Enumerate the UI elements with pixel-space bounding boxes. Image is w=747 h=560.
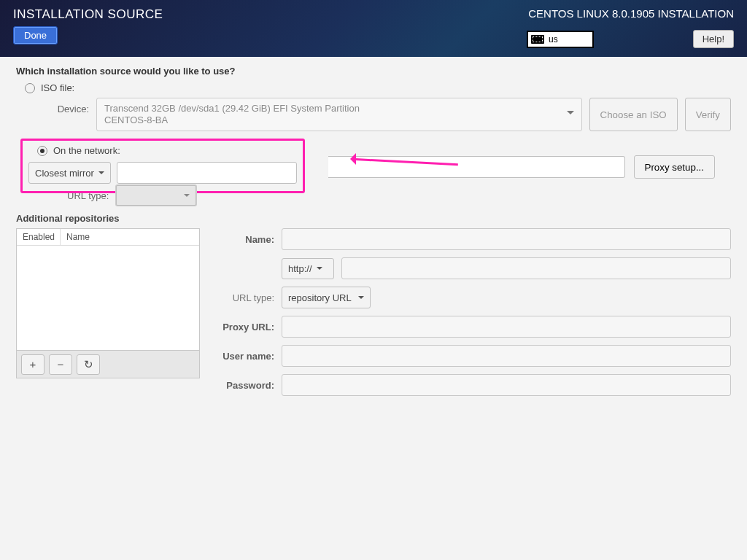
proxy-setup-button[interactable]: Proxy setup...	[634, 155, 716, 179]
done-button[interactable]: Done	[13, 26, 58, 44]
network-url-input[interactable]	[117, 162, 297, 184]
header: INSTALLATION SOURCE CENTOS LINUX 8.0.190…	[0, 0, 747, 57]
repo-url-input[interactable]	[341, 257, 731, 279]
repo-name-input[interactable]	[282, 228, 731, 250]
additional-repos-heading: Additional repositories	[16, 213, 731, 224]
url-type-row: URL type:	[67, 185, 731, 206]
repo-proxy-label: Proxy URL:	[214, 322, 274, 332]
repo-table[interactable]: Enabled Name	[16, 228, 200, 351]
keyboard-icon	[531, 35, 544, 44]
repo-name-label: Name:	[214, 234, 274, 245]
mirror-dropdown[interactable]: Closest mirror	[28, 162, 111, 184]
annotation-arrow	[344, 153, 458, 165]
device-combo[interactable]: Transcend 32GB /dev/sda1 (29.42 GiB) EFI…	[96, 98, 582, 131]
keyboard-layout-label: us	[549, 34, 558, 44]
url-type-dropdown[interactable]	[116, 185, 196, 206]
repo-urltype-label: URL type:	[214, 292, 274, 303]
chevron-down-icon	[317, 267, 322, 273]
iso-radio[interactable]	[25, 83, 35, 93]
repo-proxy-input[interactable]	[282, 316, 731, 338]
device-value-line2: CENTOS-8-BA	[104, 114, 561, 126]
device-row: Device: Transcend 32GB /dev/sda1 (29.42 …	[51, 98, 731, 131]
remove-repo-button[interactable]: −	[49, 354, 72, 375]
repo-table-header: Enabled Name	[17, 229, 199, 246]
repo-urltype-value: repository URL	[288, 292, 352, 303]
repo-url-row: http://	[214, 257, 731, 279]
network-url-row: Closest mirror	[28, 162, 297, 184]
repo-name-row: Name:	[214, 228, 731, 250]
chevron-down-icon	[567, 111, 574, 118]
repo-urltype-dropdown[interactable]: repository URL	[282, 287, 371, 308]
repo-form: Name: http:// URL type: repository URL	[214, 228, 731, 403]
network-label: On the network:	[53, 145, 120, 156]
keyboard-layout-selector[interactable]: us	[527, 31, 594, 48]
repo-user-label: User name:	[214, 351, 274, 362]
repo-toolbar: + − ↻	[16, 351, 200, 378]
repo-table-panel: Enabled Name + − ↻	[16, 228, 200, 403]
arrow-head-icon	[344, 153, 356, 165]
add-repo-button[interactable]: +	[21, 354, 44, 375]
col-enabled: Enabled	[17, 229, 61, 245]
repo-user-input[interactable]	[282, 345, 731, 367]
repo-proxy-row: Proxy URL:	[214, 316, 731, 338]
content: Which installation source would you like…	[0, 57, 747, 412]
repo-protocol-dropdown[interactable]: http://	[282, 258, 334, 279]
source-question: Which installation source would you like…	[16, 66, 731, 77]
repo-protocol-label: http://	[288, 263, 312, 274]
arrow-line	[356, 158, 458, 166]
network-option-row: On the network:	[28, 145, 297, 156]
device-label: Device:	[51, 98, 89, 131]
product-title: CENTOS LINUX 8.0.1905 INSTALLATION	[528, 7, 734, 20]
chevron-down-icon	[184, 194, 190, 200]
chevron-down-icon	[98, 171, 104, 177]
iso-label: ISO file:	[41, 82, 74, 93]
repo-pass-input[interactable]	[282, 374, 731, 396]
help-button[interactable]: Help!	[693, 30, 734, 48]
repo-pass-row: Password:	[214, 374, 731, 396]
iso-option-row: ISO file:	[16, 82, 731, 93]
repo-area: Enabled Name + − ↻ Name: http://	[16, 228, 731, 403]
device-value-line1: Transcend 32GB /dev/sda1 (29.42 GiB) EFI…	[104, 103, 561, 114]
repo-user-row: User name:	[214, 345, 731, 367]
network-radio[interactable]	[37, 146, 47, 156]
network-area: On the network: Closest mirror Proxy set…	[16, 131, 731, 181]
repo-urltype-row: URL type: repository URL	[214, 287, 731, 308]
verify-button[interactable]: Verify	[685, 98, 731, 131]
mirror-dropdown-label: Closest mirror	[35, 168, 94, 179]
refresh-repo-button[interactable]: ↻	[77, 354, 100, 375]
repo-pass-label: Password:	[214, 380, 274, 391]
col-name: Name	[61, 229, 199, 245]
choose-iso-button[interactable]: Choose an ISO	[589, 98, 678, 131]
chevron-down-icon	[358, 296, 364, 302]
